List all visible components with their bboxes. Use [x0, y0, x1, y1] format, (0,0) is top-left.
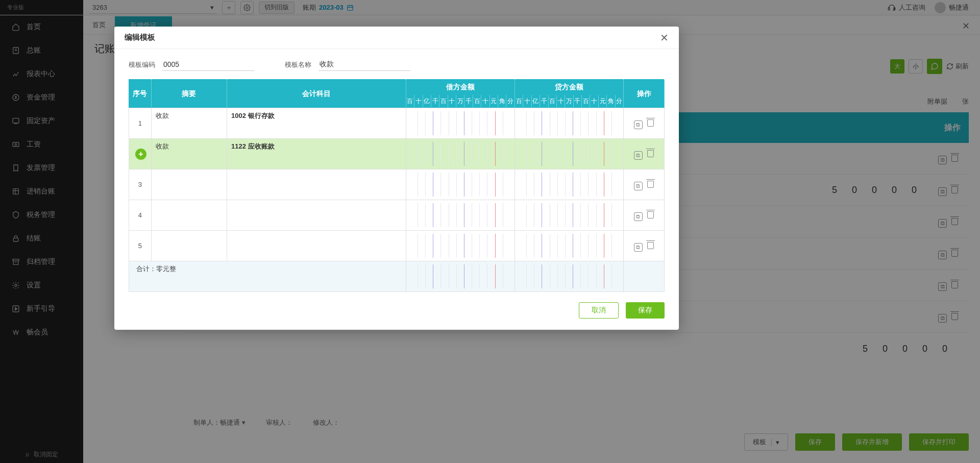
digit-header: 角 [607, 95, 615, 108]
seq-cell: + [129, 139, 152, 169]
col-summary: 摘要 [151, 80, 227, 108]
trash-icon[interactable] [647, 210, 654, 218]
amount-cell[interactable] [406, 261, 514, 292]
copy-icon[interactable]: ⧉ [634, 151, 643, 160]
amount-cell[interactable] [514, 261, 623, 292]
copy-icon[interactable]: ⧉ [634, 182, 643, 190]
amount-cell[interactable] [514, 108, 623, 139]
digit-header: 千 [573, 95, 581, 108]
edit-template-modal: 编辑模板 ✕ 模板编码 模板名称 序号 摘要 会计科目 借方金额 贷方金额 [114, 27, 679, 330]
op-cell: ⧉ [624, 139, 665, 169]
col-op: 操作 [624, 80, 665, 108]
subject-cell[interactable] [227, 200, 406, 231]
save-button[interactable]: 保存 [626, 302, 665, 319]
table-row: 1收款1002 银行存款⧉ [129, 108, 665, 139]
subject-cell[interactable] [227, 169, 406, 200]
seq-cell: 5 [129, 231, 152, 261]
col-seq: 序号 [129, 80, 152, 108]
summary-cell[interactable] [151, 169, 227, 200]
op-cell: ⧉ [624, 200, 665, 231]
template-name-label: 模板名称 [285, 60, 311, 69]
modal-header: 编辑模板 ✕ [114, 27, 679, 49]
digit-header: 十 [590, 95, 598, 108]
digit-header: 亿 [423, 95, 431, 108]
digit-header: 百 [439, 95, 448, 108]
trash-icon[interactable] [647, 179, 654, 188]
seq-cell: 1 [129, 108, 152, 139]
copy-icon[interactable]: ⧉ [634, 120, 643, 129]
op-cell: ⧉ [624, 169, 665, 200]
copy-icon[interactable]: ⧉ [634, 212, 643, 221]
table-row: 4⧉ [129, 200, 665, 231]
template-table: 序号 摘要 会计科目 借方金额 贷方金额 操作 百十亿千百十万千百十元角分百十亿… [129, 79, 665, 292]
digit-header: 角 [498, 95, 506, 108]
op-cell: ⧉ [624, 108, 665, 139]
digit-header: 万 [456, 95, 464, 108]
digit-header: 百 [582, 95, 590, 108]
table-row: +收款1122 应收账款⧉ [129, 139, 665, 169]
digit-header: 分 [506, 95, 515, 108]
amount-cell[interactable] [514, 231, 623, 261]
amount-cell[interactable] [514, 200, 623, 231]
summary-cell[interactable]: 收款 [151, 139, 227, 169]
summary-cell[interactable]: 收款 [151, 108, 227, 139]
col-debit: 借方金额 [406, 80, 514, 95]
amount-cell[interactable] [406, 231, 514, 261]
digit-header: 千 [431, 95, 439, 108]
digit-header: 百 [473, 95, 481, 108]
digit-header: 十 [523, 95, 531, 108]
total-row: 合计：零元整 [129, 261, 665, 292]
op-cell: ⧉ [624, 231, 665, 261]
add-row-button[interactable]: + [135, 149, 146, 160]
trash-icon[interactable] [647, 149, 654, 157]
total-label: 合计：零元整 [129, 261, 406, 292]
amount-cell[interactable] [514, 169, 623, 200]
amount-cell[interactable] [406, 139, 514, 169]
digit-header: 百 [514, 95, 523, 108]
subject-cell[interactable]: 1002 银行存款 [227, 108, 406, 139]
subject-cell[interactable]: 1122 应收账款 [227, 139, 406, 169]
trash-icon[interactable] [647, 240, 654, 249]
subject-cell[interactable] [227, 231, 406, 261]
digit-header: 亿 [531, 95, 540, 108]
digit-header: 十 [448, 95, 456, 108]
summary-cell[interactable] [151, 231, 227, 261]
close-icon[interactable]: ✕ [660, 32, 669, 44]
template-code-label: 模板编码 [129, 60, 155, 69]
col-credit: 贷方金额 [514, 80, 623, 95]
digit-header: 元 [598, 95, 606, 108]
digit-header: 十 [556, 95, 565, 108]
amount-cell[interactable] [406, 169, 514, 200]
col-subject: 会计科目 [227, 80, 406, 108]
amount-cell[interactable] [406, 200, 514, 231]
modal-title: 编辑模板 [125, 33, 155, 42]
table-row: 3⧉ [129, 169, 665, 200]
digit-header: 元 [489, 95, 498, 108]
digit-header: 百 [406, 95, 414, 108]
digit-header: 千 [464, 95, 473, 108]
digit-header: 千 [540, 95, 548, 108]
digit-header: 万 [565, 95, 573, 108]
digit-header: 百 [548, 95, 556, 108]
modal-footer: 取消 保存 [114, 297, 679, 330]
digit-header: 十 [414, 95, 423, 108]
copy-icon[interactable]: ⧉ [634, 243, 643, 252]
digit-header: 分 [615, 95, 624, 108]
amount-cell[interactable] [514, 139, 623, 169]
table-row: 5⧉ [129, 231, 665, 261]
seq-cell: 4 [129, 200, 152, 231]
template-code-input[interactable] [162, 58, 254, 71]
summary-cell[interactable] [151, 200, 227, 231]
seq-cell: 3 [129, 169, 152, 200]
template-name-input[interactable] [318, 58, 410, 71]
trash-icon[interactable] [647, 118, 654, 127]
digit-header: 十 [481, 95, 489, 108]
cancel-button[interactable]: 取消 [579, 302, 619, 319]
amount-cell[interactable] [406, 108, 514, 139]
